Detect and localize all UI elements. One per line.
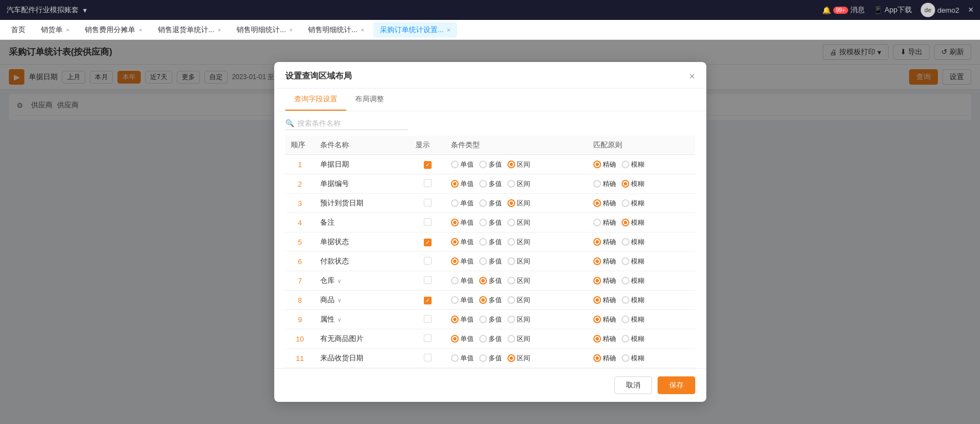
dialog-tab-layout[interactable]: 布局调整 <box>346 89 393 111</box>
type-radio-item[interactable]: 多值 <box>479 199 502 208</box>
type-radio-item[interactable]: 单值 <box>451 354 474 363</box>
type-radio-item[interactable]: 单值 <box>451 296 474 305</box>
type-radio-item[interactable]: 多值 <box>479 296 502 305</box>
type-radio-item[interactable]: 多值 <box>479 160 502 169</box>
topbar-close-btn[interactable]: × <box>968 5 973 15</box>
match-radio-item[interactable]: 精确 <box>593 296 616 305</box>
type-radio-item[interactable]: 区间 <box>507 276 530 286</box>
type-radio-item[interactable]: 单值 <box>451 315 474 324</box>
type-radio-item[interactable]: 多值 <box>479 334 502 344</box>
tab-purchase[interactable]: 采购订单统计设置... × <box>373 22 457 38</box>
cell-show[interactable] <box>410 349 445 368</box>
cell-show[interactable] <box>410 232 445 252</box>
match-radio-item[interactable]: 模糊 <box>622 257 644 266</box>
type-radio-item[interactable]: 单值 <box>451 199 474 208</box>
match-radio-item[interactable]: 模糊 <box>622 276 644 286</box>
cell-show[interactable] <box>410 174 445 194</box>
match-radio-item[interactable]: 精确 <box>593 160 616 169</box>
notification-btn[interactable]: 🔔 99+ 消息 <box>822 5 865 15</box>
type-radio-item[interactable]: 区间 <box>507 199 530 208</box>
tab-sales-return-close[interactable]: × <box>218 27 221 33</box>
type-radio-item[interactable]: 多值 <box>479 179 502 189</box>
save-btn[interactable]: 保存 <box>658 376 695 394</box>
cell-show[interactable] <box>410 194 445 213</box>
type-radio-item[interactable]: 区间 <box>507 237 530 247</box>
show-checkbox[interactable] <box>424 179 432 187</box>
cancel-btn[interactable]: 取消 <box>614 376 652 394</box>
type-radio-item[interactable]: 区间 <box>507 354 530 363</box>
tab-sales[interactable]: 销货单 × <box>34 22 76 38</box>
match-radio-item[interactable]: 模糊 <box>622 296 644 305</box>
match-radio-item[interactable]: 精确 <box>593 199 616 208</box>
type-radio-item[interactable]: 多值 <box>479 237 502 247</box>
type-radio-item[interactable]: 区间 <box>507 296 530 305</box>
cell-show[interactable] <box>410 213 445 232</box>
type-radio-item[interactable]: 多值 <box>479 315 502 324</box>
tab-home[interactable]: 首页 <box>4 22 32 38</box>
cell-show[interactable] <box>410 252 445 271</box>
type-radio-item[interactable]: 多值 <box>479 257 502 266</box>
match-radio-item[interactable]: 精确 <box>593 257 616 266</box>
tab-cost[interactable]: 销售费用分摊单 × <box>78 22 148 38</box>
match-radio-item[interactable]: 精确 <box>593 237 616 247</box>
download-btn[interactable]: 📱 App下载 <box>874 5 912 15</box>
show-checkbox[interactable] <box>424 161 432 169</box>
type-radio-item[interactable]: 单值 <box>451 237 474 247</box>
type-radio-item[interactable]: 区间 <box>507 218 530 227</box>
match-radio-item[interactable]: 精确 <box>593 315 616 324</box>
match-radio-item[interactable]: 精确 <box>593 179 616 189</box>
tab-sales-detail2-close[interactable]: × <box>361 27 364 33</box>
type-radio-item[interactable]: 单值 <box>451 218 474 227</box>
type-radio-item[interactable]: 区间 <box>507 179 530 189</box>
type-radio-item[interactable]: 单值 <box>451 276 474 286</box>
show-checkbox[interactable] <box>424 334 432 342</box>
type-radio-item[interactable]: 单值 <box>451 179 474 189</box>
tab-cost-close[interactable]: × <box>138 27 142 33</box>
match-radio-item[interactable]: 模糊 <box>622 334 644 344</box>
tab-purchase-close[interactable]: × <box>447 27 450 33</box>
type-radio-item[interactable]: 多值 <box>479 354 502 363</box>
user-area[interactable]: de demo2 <box>921 3 960 17</box>
show-checkbox[interactable] <box>424 276 432 284</box>
show-checkbox[interactable] <box>424 315 432 323</box>
match-radio-item[interactable]: 模糊 <box>622 199 644 208</box>
show-checkbox[interactable] <box>424 218 432 226</box>
type-radio-item[interactable]: 单值 <box>451 257 474 266</box>
type-radio-item[interactable]: 单值 <box>451 334 474 344</box>
match-radio-item[interactable]: 模糊 <box>622 354 644 363</box>
tab-sales-detail-close[interactable]: × <box>289 27 293 33</box>
cell-show[interactable] <box>410 310 445 329</box>
search-input[interactable] <box>297 119 408 127</box>
type-radio-item[interactable]: 多值 <box>479 276 502 286</box>
match-radio-item[interactable]: 模糊 <box>622 218 644 227</box>
tab-sales-detail2[interactable]: 销售明细统计... × <box>301 22 371 38</box>
match-radio-item[interactable]: 模糊 <box>622 179 644 189</box>
match-radio-item[interactable]: 精确 <box>593 354 616 363</box>
show-checkbox[interactable] <box>424 297 432 304</box>
cell-show[interactable] <box>410 291 445 310</box>
type-radio-item[interactable]: 区间 <box>507 257 530 266</box>
match-radio-item[interactable]: 精确 <box>593 334 616 344</box>
type-radio-item[interactable]: 区间 <box>507 160 530 169</box>
cell-show[interactable] <box>410 329 445 349</box>
type-radio-item[interactable]: 区间 <box>507 334 530 344</box>
dialog-tab-fields[interactable]: 查询字段设置 <box>285 89 346 111</box>
show-checkbox[interactable] <box>424 354 432 361</box>
type-radio-item[interactable]: 单值 <box>451 160 474 169</box>
cell-show[interactable] <box>410 155 445 174</box>
app-dropdown-icon[interactable]: ▾ <box>83 6 87 14</box>
type-radio-item[interactable]: 区间 <box>507 315 530 324</box>
match-radio-item[interactable]: 精确 <box>593 218 616 227</box>
tab-sales-close[interactable]: × <box>66 27 69 33</box>
match-radio-item[interactable]: 模糊 <box>622 315 644 324</box>
cell-show[interactable] <box>410 271 445 291</box>
show-checkbox[interactable] <box>424 257 432 265</box>
match-radio-item[interactable]: 模糊 <box>622 160 644 169</box>
show-checkbox[interactable] <box>424 199 432 206</box>
type-radio-item[interactable]: 多值 <box>479 218 502 227</box>
tab-sales-return[interactable]: 销售退货单统计... × <box>151 22 228 38</box>
show-checkbox[interactable] <box>424 239 432 246</box>
dialog-close-btn[interactable]: × <box>689 71 695 81</box>
tab-sales-detail[interactable]: 销售明细统计... × <box>230 22 299 38</box>
match-radio-item[interactable]: 模糊 <box>622 237 644 247</box>
